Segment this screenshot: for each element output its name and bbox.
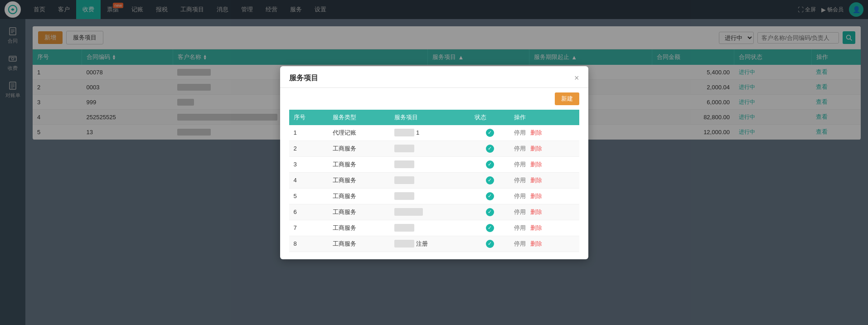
- modal-cell-type: 工商服务: [328, 156, 389, 172]
- modal-cell-item: ████ 注册: [390, 236, 470, 252]
- modal-cell-status: ✓: [470, 125, 509, 141]
- modal-cell-action: 停用 删除: [509, 188, 579, 204]
- modal-cell-type: 工商服务: [328, 172, 389, 188]
- modal-cell-type: 工商服务: [328, 141, 389, 156]
- modal-col-action: 操作: [509, 110, 579, 125]
- delete-button[interactable]: 删除: [530, 240, 542, 247]
- main-layout: 合同 收费 对账单: [0, 19, 868, 325]
- modal-table-row: 1 代理记账 ████ 1 ✓ 停用 删除: [289, 125, 579, 141]
- modal-cell-seq: 5: [289, 188, 329, 204]
- modal-cell-seq: 3: [289, 156, 329, 172]
- modal-cell-status: ✓: [470, 141, 509, 156]
- modal-cell-seq: 8: [289, 236, 329, 252]
- modal-cell-item: ████: [390, 188, 470, 204]
- modal-col-item: 服务项目: [390, 110, 470, 125]
- main-content: 新增 服务项目 进行中 已结束 全部: [25, 19, 868, 325]
- modal-toolbar: 新建: [280, 88, 588, 110]
- modal-cell-seq: 4: [289, 172, 329, 188]
- modal-table-row: 3 工商服务 ████ ✓ 停用 删除: [289, 156, 579, 172]
- modal-cell-status: ✓: [470, 220, 509, 236]
- modal-cell-type: 代理记账: [328, 125, 389, 141]
- modal-cell-action: 停用 删除: [509, 204, 579, 220]
- modal-cell-seq: 6: [289, 204, 329, 220]
- modal-cell-item: ████: [390, 141, 470, 156]
- status-check-icon: ✓: [486, 240, 494, 248]
- modal-table-row: 8 工商服务 ████ 注册 ✓ 停用 删除: [289, 236, 579, 252]
- service-item-modal: 服务项目 × 新建 序号 服务类型 服务项目 状态: [280, 66, 588, 259]
- delete-button[interactable]: 删除: [530, 129, 542, 136]
- modal-cell-status: ✓: [470, 156, 509, 172]
- modal-new-button[interactable]: 新建: [555, 92, 579, 105]
- modal-header: 服务项目 ×: [280, 66, 588, 88]
- status-check-icon: ✓: [486, 224, 494, 232]
- stop-button[interactable]: 停用: [514, 129, 526, 136]
- modal-col-seq: 序号: [289, 110, 329, 125]
- status-check-icon: ✓: [486, 160, 494, 169]
- modal-cell-type: 工商服务: [328, 188, 389, 204]
- status-check-icon: ✓: [486, 176, 494, 184]
- modal-cell-action: 停用 删除: [509, 172, 579, 188]
- modal-cell-action: 停用 删除: [509, 236, 579, 252]
- modal-cell-status: ✓: [470, 188, 509, 204]
- service-item-table: 序号 服务类型 服务项目 状态 操作 1 代理记账 ████ 1 ✓ 停用: [289, 110, 579, 252]
- delete-button[interactable]: 删除: [530, 145, 542, 152]
- modal-title: 服务项目: [289, 73, 318, 83]
- modal-cell-seq: 7: [289, 220, 329, 236]
- modal-cell-item: ████: [390, 156, 470, 172]
- modal-body: 序号 服务类型 服务项目 状态 操作 1 代理记账 ████ 1 ✓ 停用: [280, 110, 588, 259]
- modal-col-status: 状态: [470, 110, 509, 125]
- modal-cell-action: 停用 删除: [509, 125, 579, 141]
- stop-button[interactable]: 停用: [514, 209, 526, 215]
- delete-button[interactable]: 删除: [530, 224, 542, 231]
- modal-cell-status: ✓: [470, 236, 509, 252]
- modal-cell-type: 工商服务: [328, 204, 389, 220]
- modal-cell-item: ██████: [390, 204, 470, 220]
- stop-button[interactable]: 停用: [514, 161, 526, 168]
- status-check-icon: ✓: [486, 208, 494, 216]
- modal-cell-item: ████: [390, 220, 470, 236]
- status-check-icon: ✓: [486, 145, 494, 153]
- delete-button[interactable]: 删除: [530, 161, 542, 168]
- status-check-icon: ✓: [486, 192, 494, 200]
- modal-cell-status: ✓: [470, 172, 509, 188]
- status-check-icon: ✓: [486, 129, 494, 137]
- modal-col-type: 服务类型: [328, 110, 389, 125]
- modal-table-row: 7 工商服务 ████ ✓ 停用 删除: [289, 220, 579, 236]
- delete-button[interactable]: 删除: [530, 209, 542, 215]
- modal-table-row: 5 工商服务 ████ ✓ 停用 删除: [289, 188, 579, 204]
- modal-cell-action: 停用 删除: [509, 141, 579, 156]
- delete-button[interactable]: 删除: [530, 193, 542, 199]
- modal-table-row: 6 工商服务 ██████ ✓ 停用 删除: [289, 204, 579, 220]
- stop-button[interactable]: 停用: [514, 145, 526, 152]
- modal-cell-seq: 1: [289, 125, 329, 141]
- modal-overlay[interactable]: 服务项目 × 新建 序号 服务类型 服务项目 状态: [25, 19, 868, 325]
- modal-cell-action: 停用 删除: [509, 220, 579, 236]
- stop-button[interactable]: 停用: [514, 240, 526, 247]
- modal-table-row: 2 工商服务 ████ ✓ 停用 删除: [289, 141, 579, 156]
- modal-cell-type: 工商服务: [328, 236, 389, 252]
- modal-cell-item: ████: [390, 172, 470, 188]
- modal-cell-status: ✓: [470, 204, 509, 220]
- modal-cell-type: 工商服务: [328, 220, 389, 236]
- modal-cell-action: 停用 删除: [509, 156, 579, 172]
- modal-table-row: 4 工商服务 ████ ✓ 停用 删除: [289, 172, 579, 188]
- delete-button[interactable]: 删除: [530, 177, 542, 184]
- modal-cell-seq: 2: [289, 141, 329, 156]
- stop-button[interactable]: 停用: [514, 224, 526, 231]
- modal-cell-item: ████ 1: [390, 125, 470, 141]
- stop-button[interactable]: 停用: [514, 193, 526, 199]
- stop-button[interactable]: 停用: [514, 177, 526, 184]
- modal-close-button[interactable]: ×: [574, 74, 579, 82]
